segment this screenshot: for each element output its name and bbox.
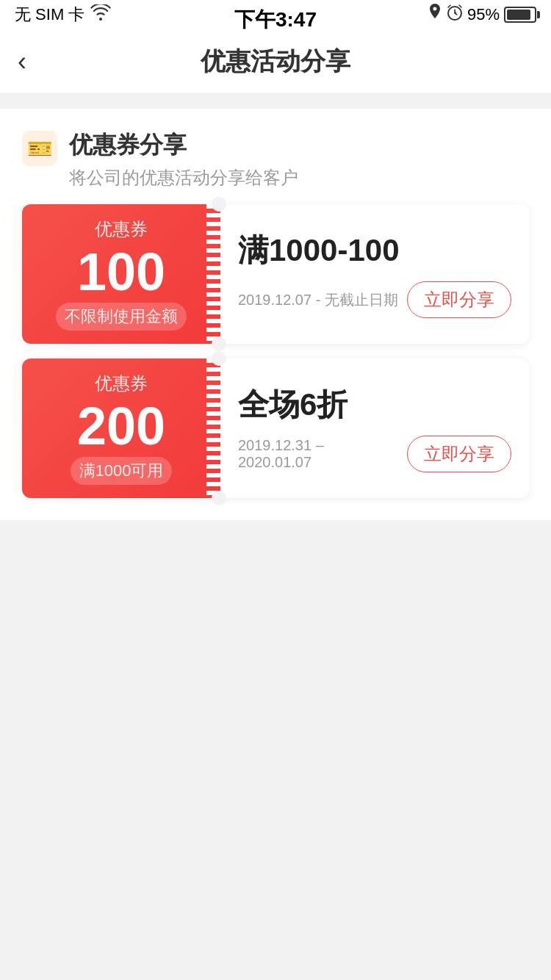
back-button[interactable]: ‹ — [18, 48, 26, 75]
coupon-right: 全场6折 2019.12.31 – 2020.01.07 立即分享 — [220, 359, 529, 498]
coupon-left: 优惠券 100 不限制使用金额 — [22, 204, 220, 344]
status-right: 95% — [428, 4, 536, 26]
coupon-right: 满1000-100 2019.12.07 - 无截止日期 立即分享 — [220, 204, 529, 344]
section-subtitle: 将公司的优惠活动分享给客户 — [69, 166, 298, 190]
share-button[interactable]: 立即分享 — [407, 281, 511, 318]
content-spacer — [0, 520, 551, 932]
wifi-icon — [90, 4, 111, 25]
svg-text:🎫: 🎫 — [27, 137, 53, 161]
coupon-meta: 2019.12.07 - 无截止日期 立即分享 — [238, 281, 511, 318]
page-title: 优惠活动分享 — [201, 45, 350, 79]
battery-fill — [507, 10, 530, 20]
coupon-list: 优惠券 100 不限制使用金额 满1000-100 2019.12.07 - 无… — [0, 204, 551, 520]
coupon-condition: 不限制使用金额 — [56, 303, 187, 331]
coupon-amount: 200 — [77, 400, 165, 453]
coupon-amount: 100 — [77, 245, 165, 298]
section-text: 优惠券分享 将公司的优惠活动分享给客户 — [69, 129, 298, 190]
coupon-date: 2019.12.31 – 2020.01.07 — [238, 437, 400, 471]
coupon-left: 优惠券 200 满1000可用 — [22, 359, 220, 498]
coupon-date: 2019.12.07 - 无截止日期 — [238, 290, 400, 310]
status-left: 无 SIM 卡 — [15, 4, 111, 26]
coupon-condition: 满1000可用 — [71, 457, 173, 485]
battery-percent: 95% — [467, 5, 500, 24]
section-title: 优惠券分享 — [69, 129, 298, 162]
coupon-item: 优惠券 200 满1000可用 全场6折 2019.12.31 – 2020.0… — [22, 359, 529, 498]
coupon-share-icon: 🎫 — [22, 131, 57, 166]
nav-bar: ‹ 优惠活动分享 — [0, 29, 551, 94]
status-bar: 无 SIM 卡 下午3:47 95% — [0, 0, 551, 29]
coupon-type-label: 优惠券 — [95, 217, 148, 241]
share-button[interactable]: 立即分享 — [407, 436, 511, 472]
battery-icon — [504, 7, 536, 23]
location-icon — [428, 4, 442, 26]
section-divider — [0, 94, 551, 109]
sim-text: 无 SIM 卡 — [15, 4, 84, 26]
coupon-name: 满1000-100 — [238, 230, 511, 271]
coupon-name: 全场6折 — [238, 384, 511, 425]
main-section: 🎫 优惠券分享 将公司的优惠活动分享给客户 优惠券 100 不限制使用金额 满1… — [0, 109, 551, 520]
coupon-meta: 2019.12.31 – 2020.01.07 立即分享 — [238, 436, 511, 472]
alarm-icon — [447, 4, 463, 26]
section-header: 🎫 优惠券分享 将公司的优惠活动分享给客户 — [0, 109, 551, 204]
coupon-type-label: 优惠券 — [95, 372, 148, 395]
coupon-item: 优惠券 100 不限制使用金额 满1000-100 2019.12.07 - 无… — [22, 204, 529, 344]
